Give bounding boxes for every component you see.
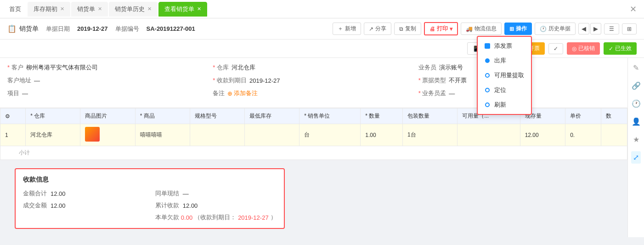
tab-inventory-init[interactable]: 库存期初 ✕ [28,2,70,17]
payment-same-order-row: 同单现结 — [155,189,277,198]
ops-button[interactable]: ⊞ 操作 [504,23,532,35]
owed-date: 2019-12-27 [238,214,269,221]
grid-icon: ⊞ [509,26,514,32]
already-cancelled-button[interactable]: ◎ 已核销 [567,42,600,55]
payment-date-value: 2019-12-27 [249,77,280,84]
history-icon: 🕐 [540,26,547,32]
nav-arrows: ◀ ▶ [578,23,601,34]
project-value: — [22,90,28,97]
ops-wrapper: ⊞ 操作 添发票 出库 可用量提取 [504,23,532,35]
date-value: 2019-12-27 [77,25,108,32]
doc-meta: 单据日期 2019-12-27 单据编号 SA-20191227-001 [46,25,195,33]
sidebar-icon-star[interactable]: ★ [631,133,641,146]
sidebar-icon-expand[interactable]: ⤢ [631,151,641,164]
row-price: 0. [565,124,601,146]
total-value: 12.00 [51,190,66,197]
number-label: 单据编号 [115,25,139,33]
sidebar-icon-edit[interactable]: ✎ [631,62,641,74]
table-header-row: ⚙ * 仓库 商品图片 * 商品 规格型号 最低库存 * 销售单位 * 数量 包… [0,108,627,124]
customer-field: * 客户 柳州粤港平安气体有限公司 [7,63,209,72]
menu-outbound[interactable]: 出库 [478,53,531,68]
copy-button[interactable]: ⧉ 复制 [394,23,421,35]
row-index: 1 [0,124,26,146]
print-button[interactable]: 🖨 打印 ▾ [424,22,458,35]
view-toggle-grid[interactable]: ⊞ [622,23,637,34]
doc-title-text: 销货单 [19,25,39,33]
tab-view-sales[interactable]: 查看销货单 ✕ [158,2,207,17]
customer-value: 柳州粤港平安气体有限公司 [26,63,98,72]
col-min-stock: 最低库存 [245,108,299,124]
doc-title: 📋 销货单 [7,24,39,33]
share-button[interactable]: ↗ 分享 [364,23,391,35]
col-amount: 数 [601,108,627,124]
menu-locate[interactable]: 定位 [478,83,531,97]
view-toggle-list[interactable]: ☰ [604,23,619,34]
close-tab-view-sales[interactable]: ✕ [197,6,201,12]
cancel-circle-icon: ◎ [572,46,576,52]
tab-home[interactable]: 首页 [4,5,27,13]
row-product: 嘻嘻嘻嘻 [135,124,190,146]
table-row: 1 河北仓库 嘻嘻嘻嘻 台 1.00 1台 12 [0,124,627,146]
history-button[interactable]: 🕐 历史单据 [535,23,576,35]
effective-check-icon: ✓ [609,46,613,52]
payment-date-field: * 收款到期日 2019-12-27 [213,76,414,85]
warehouse-field: * 仓库 河北仓库 [213,63,414,72]
tab-sales-history[interactable]: 销货单历史 ✕ [109,2,158,17]
subtotal-label: 小计 [0,146,627,160]
payment-section: 收款信息 金额合计 12.00 同单现结 — 成交金额 12.00 [15,168,285,229]
new-button[interactable]: ＋ 新增 [333,23,361,35]
truck-icon: 🚚 [466,26,473,32]
circle-solid-icon [484,57,491,64]
payment-deal-row: 成交金额 12.00 [23,201,144,210]
circle-outline-icon-1 [484,72,491,79]
col-gear: ⚙ [0,108,26,124]
close-tab-history[interactable]: ✕ [147,6,152,12]
already-effective-button[interactable]: ✓ 已生效 [604,42,637,55]
tab-sales-order[interactable]: 销货单 ✕ [71,2,108,17]
owed-note: （收款到期日： [194,213,236,222]
menu-available-qty[interactable]: 可用量提取 [478,68,531,83]
plus-icon: ＋ [338,25,343,33]
row-img [80,124,135,146]
main-content: * 客户 柳州粤港平安气体有限公司 * 仓库 河北仓库 业务员 演示账号 客户地… [0,58,644,237]
same-order-value: — [183,190,189,197]
tab-bar: 首页 库存期初 ✕ 销货单 ✕ 销货单历史 ✕ 查看销货单 ✕ ✕ [0,0,644,18]
toolbar-row: 📱 来自手机 未开票 ✓ ◎ 已核销 ✓ 已生效 [0,40,644,58]
deal-value: 12.00 [51,202,66,209]
menu-add-invoice[interactable]: 添发票 [478,39,531,53]
window-close-button[interactable]: ✕ [626,4,640,14]
sidebar-icon-link[interactable]: 🔗 [630,80,643,92]
staff2-value: — [449,90,455,97]
cumulative-value: 12.00 [183,202,198,209]
prev-button[interactable]: ◀ [578,23,589,34]
row-unit: 台 [299,124,361,146]
print-icon: 🖨 [429,26,435,32]
owed-value: 0.00 [181,214,192,221]
confirm-button[interactable]: ✓ [548,43,563,54]
next-button[interactable]: ▶ [590,23,601,34]
note-field: 备注 ⊕ 添加备注 [213,89,414,97]
total-label: 金额合计 [23,189,47,198]
menu-refresh[interactable]: 刷新 [478,97,531,112]
close-tab-inventory[interactable]: ✕ [60,6,64,12]
col-img: 商品图片 [80,108,135,124]
sidebar-icon-user[interactable]: 👤 [630,115,643,128]
logistics-button[interactable]: 🚚 物流信息 [461,23,502,35]
col-pack-qty: 包装数量 [402,108,457,124]
doc-header: 📋 销货单 单据日期 2019-12-27 单据编号 SA-20191227-0… [0,18,644,40]
row-pack-qty: 1台 [402,124,457,146]
chevron-down-icon: ▾ [450,26,452,32]
product-thumbnail [85,127,100,142]
ops-dropdown-menu: 添发票 出库 可用量提取 定位 [477,36,532,115]
add-note-button[interactable]: ⊕ 添加备注 [227,89,258,97]
cumulative-label: 累计收款 [155,201,179,210]
payment-cumulative-row: 累计收款 12.00 [155,201,277,210]
payment-grid: 金额合计 12.00 同单现结 — 成交金额 12.00 累计收款 [23,189,277,222]
warehouse-value: 河北仓库 [232,63,255,72]
settings-icon: ⚙ [5,113,10,120]
content-area: * 客户 柳州粤港平安气体有限公司 * 仓库 河北仓库 业务员 演示账号 客户地… [0,58,627,237]
row-min-stock [245,124,299,146]
close-tab-sales[interactable]: ✕ [98,6,102,12]
sidebar-icon-clock[interactable]: 🕐 [630,97,643,110]
address-value: — [34,77,40,84]
